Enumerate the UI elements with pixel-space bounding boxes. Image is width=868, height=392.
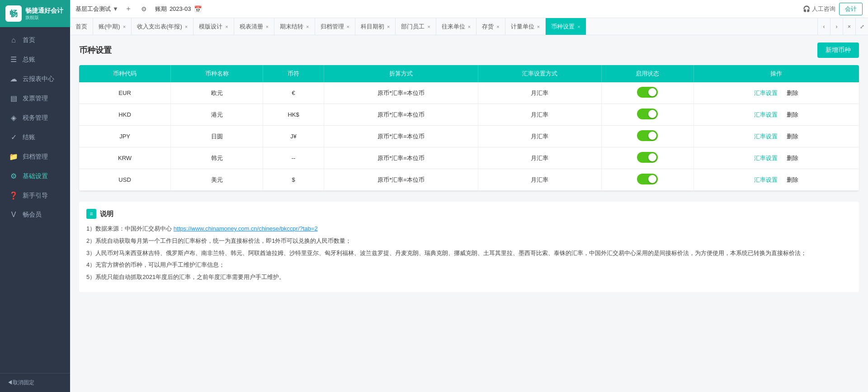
cell-code: KRW xyxy=(79,147,171,169)
tax-icon: ◈ xyxy=(9,113,18,122)
tab-income[interactable]: 收入支出表(年报) × xyxy=(132,18,193,35)
notes-title: ≡ 说明 xyxy=(86,209,852,219)
headset-icon: 🎧 xyxy=(803,5,810,12)
tab-subjects[interactable]: 科目期初 × xyxy=(355,18,396,35)
delete-link[interactable]: 删除 xyxy=(787,111,798,118)
tab-unit[interactable]: 计量单位 × xyxy=(505,18,546,35)
tab-dept-close[interactable]: × xyxy=(427,24,430,29)
tab-clients[interactable]: 往来单位 × xyxy=(436,18,476,35)
table-row: HKD 港元 HK$ 原币*汇率=本位币 月汇率 汇率设置 删除 xyxy=(79,104,859,126)
enable-toggle[interactable] xyxy=(637,87,658,98)
enable-toggle[interactable] xyxy=(637,152,658,163)
notes-list: 1）数据来源：中国外汇交易中心 https://www.chinamoney.c… xyxy=(86,224,852,282)
enable-toggle[interactable] xyxy=(637,174,658,184)
help-button[interactable]: 🎧 人工咨询 xyxy=(803,5,835,13)
sidebar-item-home[interactable]: ⌂ 首页 xyxy=(0,31,70,50)
cell-actions: 汇率设置 删除 xyxy=(693,104,859,126)
tab-period-end-close[interactable]: × xyxy=(306,24,309,29)
tab-period[interactable]: 账(中期) × xyxy=(93,18,132,35)
tab-period-end[interactable]: 期末结转 × xyxy=(274,18,315,35)
sidebar-item-settlement-label: 结账 xyxy=(23,133,35,142)
add-company-button[interactable]: ＋ xyxy=(122,3,135,14)
delete-link[interactable]: 删除 xyxy=(787,90,798,96)
notes-external-link[interactable]: https://www.chinamoney.com.cn/chinese/bk… xyxy=(174,225,318,232)
tab-clients-label: 往来单位 xyxy=(442,23,465,31)
logo-title: 畅捷通好会计 xyxy=(25,6,63,14)
notes-section: ≡ 说明 1）数据来源：中国外汇交易中心 https://www.chinamo… xyxy=(79,202,859,292)
settings-icon: ⚙ xyxy=(9,172,18,180)
tab-currency[interactable]: 币种设置 × xyxy=(546,18,586,35)
sidebar-item-reports[interactable]: ☁ 云报表中心 xyxy=(0,69,70,89)
logo-subtitle: 旗舰版 xyxy=(25,14,63,21)
tab-subjects-close[interactable]: × xyxy=(387,24,390,29)
tab-tax-close[interactable]: × xyxy=(266,24,269,29)
sidebar-item-ledger[interactable]: ☰ 总账 xyxy=(0,50,70,69)
tab-next-button[interactable]: › xyxy=(830,18,843,35)
rate-settings-link[interactable]: 汇率设置 xyxy=(754,90,778,96)
tab-template[interactable]: 模版设计 × xyxy=(193,18,234,35)
col-calc: 折算方式 xyxy=(324,65,478,82)
cell-code: USD xyxy=(79,169,171,191)
tab-tax[interactable]: 税表清册 × xyxy=(234,18,274,35)
rate-settings-link[interactable]: 汇率设置 xyxy=(754,111,778,118)
enable-toggle[interactable] xyxy=(637,130,658,141)
tab-archive[interactable]: 归档管理 × xyxy=(315,18,355,35)
sidebar-item-settings[interactable]: ⚙ 基础设置 xyxy=(0,166,70,186)
company-settings-icon[interactable]: ⚙ xyxy=(138,5,150,14)
tab-home[interactable]: 首页 xyxy=(70,18,93,35)
sidebar-item-archive[interactable]: 📁 归档管理 xyxy=(0,147,70,166)
sidebar-item-home-label: 首页 xyxy=(23,36,35,44)
notes-item: 3）人民币对马来西亚林吉特、俄罗斯卢布、南非兰特、韩元、阿联酋迪拉姆、沙特里亚尔… xyxy=(86,249,852,258)
tab-period-label: 账(中期) xyxy=(99,23,120,31)
tab-maximize-button[interactable]: ⤢ xyxy=(855,18,868,35)
tab-inventory-close[interactable]: × xyxy=(496,24,499,29)
col-rate-method: 汇率设置方式 xyxy=(478,65,601,82)
col-symbol: 币符 xyxy=(263,65,324,82)
tab-template-close[interactable]: × xyxy=(225,24,228,29)
cell-status xyxy=(601,147,693,169)
delete-link[interactable]: 删除 xyxy=(787,133,798,140)
sidebar-item-settlement[interactable]: ✓ 结账 xyxy=(0,128,70,147)
enable-toggle[interactable] xyxy=(637,109,658,119)
table-row: KRW 韩元 -- 原币*汇率=本位币 月汇率 汇率设置 删除 xyxy=(79,147,859,169)
rate-settings-link[interactable]: 汇率设置 xyxy=(754,133,778,140)
reports-icon: ☁ xyxy=(9,75,18,83)
tab-unit-label: 计量单位 xyxy=(511,23,534,31)
tab-currency-close[interactable]: × xyxy=(577,24,580,29)
tab-inventory[interactable]: 存货 × xyxy=(476,18,505,35)
tab-currency-label: 币种设置 xyxy=(551,23,575,31)
sidebar-item-invoice[interactable]: ▤ 发票管理 xyxy=(0,89,70,108)
delete-link[interactable]: 删除 xyxy=(787,176,798,183)
cell-rate-method: 月汇率 xyxy=(478,126,601,147)
company-name: 基层工会测试 xyxy=(75,5,111,13)
rate-settings-link[interactable]: 汇率设置 xyxy=(754,155,778,161)
delete-link[interactable]: 删除 xyxy=(787,155,798,161)
cell-status xyxy=(601,104,693,126)
tab-income-close[interactable]: × xyxy=(185,24,188,29)
sidebar-item-guide[interactable]: ❓ 新手引导 xyxy=(0,186,70,205)
rate-settings-link[interactable]: 汇率设置 xyxy=(754,176,778,183)
tab-template-label: 模版设计 xyxy=(199,23,222,31)
notes-title-text: 说明 xyxy=(100,210,113,218)
logo-icon: 畅 xyxy=(5,5,22,22)
tab-prev-button[interactable]: ‹ xyxy=(817,18,830,35)
cell-status xyxy=(601,169,693,191)
sidebar-item-member[interactable]: V 畅会员 xyxy=(0,205,70,224)
tab-period-close[interactable]: × xyxy=(123,24,126,29)
tab-dept[interactable]: 部门员工 × xyxy=(396,18,436,35)
tab-close-all-button[interactable]: × xyxy=(843,18,855,35)
tab-unit-close[interactable]: × xyxy=(537,24,540,29)
notes-icon: ≡ xyxy=(86,209,96,219)
kuaiji-button[interactable]: 会计 xyxy=(839,3,863,15)
sidebar-item-tax[interactable]: ◈ 税务管理 xyxy=(0,108,70,128)
cell-code: HKD xyxy=(79,104,171,126)
sidebar-pin-toggle[interactable]: ◀取消固定 xyxy=(0,373,70,392)
company-selector[interactable]: 基层工会测试 ▼ xyxy=(75,5,118,13)
tab-archive-close[interactable]: × xyxy=(347,24,349,29)
tab-clients-close[interactable]: × xyxy=(468,24,471,29)
new-currency-button[interactable]: 新增币种 xyxy=(817,43,859,58)
period-selector[interactable]: 账期 2023-03 📅 xyxy=(155,5,202,13)
sidebar-item-invoice-label: 发票管理 xyxy=(23,94,48,103)
member-icon: V xyxy=(9,211,18,219)
cell-name: 日圆 xyxy=(171,126,263,147)
